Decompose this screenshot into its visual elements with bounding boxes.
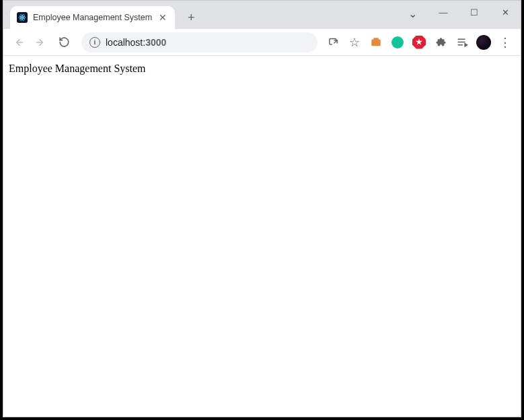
tab-close-button[interactable]: ✕ <box>157 12 168 23</box>
react-favicon <box>17 12 28 23</box>
profile-avatar[interactable] <box>476 35 491 50</box>
browser-window: Employee Management System ✕ + ⌄ — ☐ ✕ i… <box>3 0 521 417</box>
maximize-button[interactable]: ☐ <box>459 5 490 25</box>
extension-adblock-icon[interactable]: ★ <box>412 35 426 50</box>
tab-search-chevron-icon[interactable]: ⌄ <box>397 5 428 25</box>
share-icon[interactable] <box>326 35 340 50</box>
svg-rect-6 <box>371 39 381 46</box>
close-window-button[interactable]: ✕ <box>490 5 521 25</box>
address-bar[interactable]: i localhost:3000 <box>81 32 317 53</box>
url-port: 3000 <box>145 37 166 48</box>
forward-button[interactable] <box>32 33 50 52</box>
reload-button[interactable] <box>54 33 73 52</box>
page-heading: Employee Management System <box>9 63 515 75</box>
extensions-puzzle-icon[interactable] <box>433 35 448 50</box>
minimize-button[interactable]: — <box>428 5 459 25</box>
bookmark-star-icon[interactable]: ☆ <box>347 35 362 50</box>
url-text: localhost:3000 <box>106 37 166 48</box>
window-controls: ⌄ — ☐ ✕ <box>397 1 521 29</box>
site-info-icon[interactable]: i <box>89 37 100 48</box>
toolbar-right: ☆ ★ ⋮ <box>326 35 515 50</box>
tab-active[interactable]: Employee Management System ✕ <box>10 6 175 29</box>
svg-point-0 <box>22 17 23 18</box>
svg-marker-11 <box>465 44 467 46</box>
tab-strip: Employee Management System ✕ + ⌄ — ☐ ✕ <box>3 1 521 29</box>
chrome-menu-icon[interactable]: ⋮ <box>498 35 513 50</box>
toolbar: i localhost:3000 ☆ ★ <box>3 29 521 56</box>
tab-title: Employee Management System <box>33 13 152 22</box>
extension-grammarly-icon[interactable] <box>390 35 405 50</box>
page-content: Employee Management System <box>3 56 521 417</box>
back-button[interactable] <box>9 33 28 52</box>
url-host: localhost: <box>106 37 145 48</box>
media-playlist-icon[interactable] <box>455 35 470 50</box>
extension-screenshot-icon[interactable] <box>369 35 383 50</box>
new-tab-button[interactable]: + <box>182 8 200 27</box>
svg-rect-7 <box>373 38 379 40</box>
